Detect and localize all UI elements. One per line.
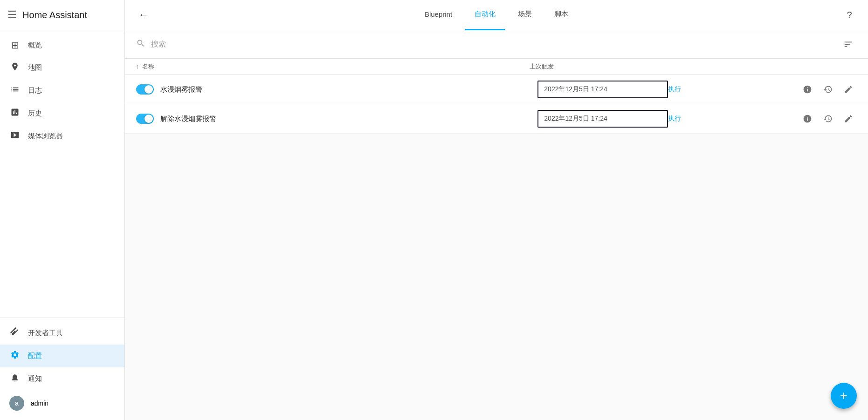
tab-blueprint[interactable]: Blueprint <box>415 0 462 30</box>
search-icon <box>136 39 145 50</box>
map-icon <box>9 62 21 74</box>
row2-edit-button[interactable] <box>840 110 857 127</box>
col-trigger-header: 上次触发 <box>530 62 660 71</box>
tab-script[interactable]: 脚本 <box>545 0 578 30</box>
tabs: Blueprint 自动化 场景 脚本 <box>155 0 838 30</box>
row1-action-icons <box>799 81 857 98</box>
sidebar-item-history[interactable]: 历史 <box>0 102 124 125</box>
toggle-row2[interactable] <box>136 114 154 124</box>
sidebar-item-developer[interactable]: 开发者工具 <box>0 322 124 345</box>
media-icon <box>9 130 21 142</box>
sidebar-user[interactable]: a admin <box>0 390 124 416</box>
topbar: ← Blueprint 自动化 场景 脚本 ? <box>125 0 868 30</box>
tab-automation[interactable]: 自动化 <box>465 0 505 30</box>
help-button[interactable]: ? <box>838 4 861 26</box>
menu-icon[interactable]: ☰ <box>7 9 17 21</box>
row2-history-button[interactable] <box>820 110 836 127</box>
sidebar-item-label: 开发者工具 <box>28 329 63 338</box>
sidebar-item-media[interactable]: 媒体浏览器 <box>0 125 124 148</box>
username: admin <box>31 400 48 407</box>
sidebar-item-overview[interactable]: ⊞ 概览 <box>0 34 124 56</box>
table: ↑ 名称 上次触发 水浸烟雾报警 2022年12月5日 17:24 执行 <box>125 59 868 134</box>
tab-scene[interactable]: 场景 <box>509 0 541 30</box>
col-name-header: ↑ 名称 <box>136 62 530 71</box>
row1-name: 水浸烟雾报警 <box>160 85 537 94</box>
sidebar-item-map[interactable]: 地图 <box>0 56 124 79</box>
table-header: ↑ 名称 上次触发 <box>125 59 868 75</box>
sidebar-item-config[interactable]: 配置 <box>0 345 124 367</box>
history-icon <box>9 108 21 119</box>
table-row: 解除水浸烟雾报警 2022年12月5日 17:24 执行 <box>125 104 868 134</box>
sidebar-header: ☰ Home Assistant <box>0 0 124 30</box>
notifications-icon <box>9 373 21 385</box>
sidebar-item-label: 地图 <box>28 63 42 72</box>
developer-icon <box>9 327 21 339</box>
back-button[interactable]: ← <box>132 4 155 26</box>
sidebar-item-label: 概览 <box>28 41 42 50</box>
sidebar-item-label: 媒体浏览器 <box>28 132 63 141</box>
filter-button[interactable] <box>840 36 857 53</box>
search-bar <box>125 30 868 59</box>
sidebar-item-label: 配置 <box>28 352 42 360</box>
row2-actions: 执行 <box>668 110 857 127</box>
config-icon <box>9 350 21 362</box>
overview-icon: ⊞ <box>9 40 21 51</box>
row1-info-button[interactable] <box>799 81 816 98</box>
row2-action-icons <box>799 110 857 127</box>
avatar: a <box>9 396 24 411</box>
col-name-label: 名称 <box>142 62 154 71</box>
sidebar-item-label: 通知 <box>28 374 42 383</box>
sort-icon: ↑ <box>136 63 139 70</box>
row2-execute-button[interactable]: 执行 <box>668 115 681 123</box>
content-area: ↑ 名称 上次触发 水浸烟雾报警 2022年12月5日 17:24 执行 <box>125 30 868 420</box>
toggle-row1[interactable] <box>136 84 154 95</box>
sidebar-item-label: 日志 <box>28 86 42 95</box>
row2-name: 解除水浸烟雾报警 <box>160 115 537 123</box>
fab-add-button[interactable]: + <box>831 383 857 409</box>
logs-icon <box>9 85 21 96</box>
app-title: Home Assistant <box>22 10 87 20</box>
row1-execute-button[interactable]: 执行 <box>668 85 681 94</box>
sidebar-item-logs[interactable]: 日志 <box>0 79 124 102</box>
row2-trigger: 2022年12月5日 17:24 <box>537 110 668 128</box>
row2-trigger-value: 2022年12月5日 17:24 <box>537 110 668 128</box>
row2-info-button[interactable] <box>799 110 816 127</box>
table-row: 水浸烟雾报警 2022年12月5日 17:24 执行 <box>125 75 868 104</box>
row1-history-button[interactable] <box>820 81 836 98</box>
sidebar-nav: ⊞ 概览 地图 日志 历史 媒体浏览器 <box>0 30 124 318</box>
main-content: ← Blueprint 自动化 场景 脚本 ? ↑ 名称 <box>125 0 868 420</box>
row1-trigger: 2022年12月5日 17:24 <box>537 81 668 98</box>
sidebar-bottom: 开发者工具 配置 通知 a admin <box>0 318 124 420</box>
row1-actions: 执行 <box>668 81 857 98</box>
sidebar-item-notifications[interactable]: 通知 <box>0 367 124 390</box>
sidebar-item-label: 历史 <box>28 109 42 118</box>
row1-edit-button[interactable] <box>840 81 857 98</box>
row1-trigger-value: 2022年12月5日 17:24 <box>537 81 668 98</box>
sidebar: ☰ Home Assistant ⊞ 概览 地图 日志 历史 <box>0 0 125 420</box>
search-input[interactable] <box>151 40 834 48</box>
